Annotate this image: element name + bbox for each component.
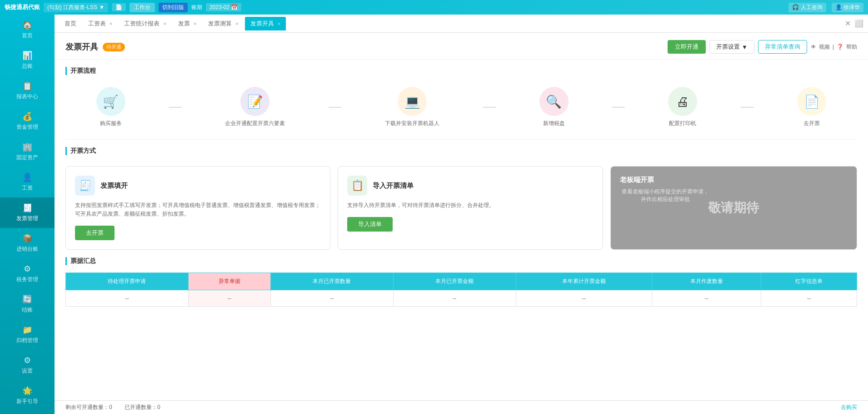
- open-settings-button[interactable]: 开票设置 ▼: [709, 40, 754, 54]
- tab-home[interactable]: 首页: [59, 17, 82, 30]
- summary-td-monthly-amount: --: [393, 290, 516, 307]
- flow-icon-5: 🖨: [668, 87, 697, 116]
- sidebar-item-payroll[interactable]: 👤 工资: [0, 167, 55, 197]
- summary-th-red-note: 红字信息单: [761, 273, 857, 290]
- flow-icon-2: 📝: [240, 87, 269, 116]
- funds-icon: 💰: [22, 111, 32, 121]
- go-invoice-button[interactable]: 去开票: [75, 226, 115, 240]
- summary-td-void-count: --: [652, 290, 761, 307]
- flow-arrow-1: ──: [169, 102, 181, 112]
- flow-title: 开票流程: [65, 67, 857, 75]
- sidebar-item-invoice[interactable]: 🧾 发票管理: [0, 197, 55, 228]
- sidebar-item-tax[interactable]: ⚙ 税务管理: [0, 258, 55, 289]
- tab-close-invoice-issue[interactable]: ×: [278, 21, 280, 26]
- tab-payslip[interactable]: 工资表 ×: [83, 17, 118, 30]
- sidebar-item-funds[interactable]: 💰 资金管理: [0, 106, 55, 136]
- flow-step-3[interactable]: 💻 下载并安装开票机器人: [385, 87, 439, 127]
- eye-icon: 👁: [811, 44, 816, 50]
- flow-step-6[interactable]: 📄 去开票: [797, 87, 826, 127]
- flow-step-5[interactable]: 🖨 配置打印机: [668, 87, 697, 127]
- tab-payroll-report[interactable]: 工资统计报表 ×: [119, 17, 171, 30]
- import-list-button[interactable]: 导入清单: [347, 217, 393, 232]
- summary-data-row: -- -- -- -- -- -- --: [66, 290, 857, 307]
- tab-close-invoice-calc[interactable]: ×: [235, 21, 238, 26]
- guide-icon: 🌟: [22, 386, 32, 396]
- tab-close-payroll-report[interactable]: ×: [163, 21, 166, 26]
- flow-arrow-4: ──: [612, 102, 624, 112]
- coming-soon-text: 敬请期待: [708, 199, 759, 217]
- app-logo: 畅捷通易代账: [5, 3, 40, 11]
- summary-td-exception: --: [188, 290, 270, 307]
- flow-icon-6: 📄: [797, 87, 826, 116]
- summary-title: 票据汇总: [65, 257, 857, 265]
- restore-icon[interactable]: ⬜: [854, 19, 863, 28]
- tab-close-invoice[interactable]: ×: [194, 21, 196, 26]
- sidebar-item-reports[interactable]: 📋 报表中心: [0, 76, 55, 106]
- app-body: 🏠 首页 📊 总账 📋 报表中心 💰 资金管理 🏢 固定资产 👤 工资 🧾 发票…: [0, 15, 868, 414]
- tax-icon: ⚙: [24, 264, 31, 274]
- exception-query-button[interactable]: 异常清单查询: [758, 40, 807, 54]
- flow-icon-4: 🔍: [539, 87, 569, 116]
- sidebar-item-guide[interactable]: 🌟 新手引导: [0, 380, 55, 411]
- buy-link[interactable]: 去购买: [841, 404, 857, 411]
- sidebar-item-home[interactable]: 🏠 首页: [0, 15, 55, 45]
- sidebar-item-assets[interactable]: 🏢 固定资产: [0, 136, 55, 167]
- old-client-card: 老板端开票 查看老板端小程序提交的开票申请，并作出相应处理审批 敬请期待: [610, 166, 857, 250]
- bottom-bar: 剩余可开通数量：0 已开通数量：0 去购买: [55, 400, 868, 414]
- archive-icon: 📁: [22, 325, 32, 335]
- flow-arrow-5: ──: [741, 102, 753, 112]
- sidebar-item-purchase-sales[interactable]: 📦 进销台账: [0, 228, 55, 258]
- period-selector[interactable]: 2023-02 📅: [206, 3, 241, 11]
- flow-step-1[interactable]: 🛒 购买服务: [96, 87, 125, 127]
- user-icon: 👤: [835, 4, 842, 10]
- workbench-button[interactable]: 工作台: [130, 3, 155, 12]
- flow-icon-3: 💻: [398, 87, 427, 116]
- sidebar-item-ledger[interactable]: 📊 总账: [0, 45, 55, 76]
- customer-service-button[interactable]: 🎧 人工咨询: [788, 3, 826, 12]
- tab-close-payslip[interactable]: ×: [110, 21, 112, 26]
- close-all-icon[interactable]: ✕: [845, 19, 851, 28]
- import-list-card[interactable]: 📋 导入开票清单 支持导入待开票清单，可对待开票清单进行拆分、合并处理。 导入清…: [338, 166, 603, 250]
- sidebar-item-vip[interactable]: 👑 畅会员: [0, 411, 55, 414]
- flow-section: 开票流程 🛒 购买服务 ── 📝 企业开通配置开票六要素 ── 💻 下载并安装开…: [55, 60, 868, 139]
- invoice-icon: 🧾: [22, 203, 32, 213]
- page-title-area: 发票开具 待开通: [65, 41, 125, 52]
- tab-bar: 首页 工资表 × 工资统计报表 × 发票 × 发票测算 × 发票开具 ×: [55, 15, 868, 33]
- sidebar-item-closing[interactable]: 🔄 结账: [0, 289, 55, 319]
- method-cards: 🧾 发票填开 支持按照发票样式手工填写开发票；可开具增值税电子普通发票、增值税普…: [55, 166, 868, 257]
- page-header: 发票开具 待开通 立即开通 开票设置 ▼ 异常清单查询 👁 视频 | ❓: [55, 33, 868, 60]
- top-bar-right: 🎧 人工咨询 👤 徐泽华: [788, 3, 863, 12]
- home-icon: 🏠: [22, 20, 32, 30]
- old-client-title-area: 老板端开票 查看老板端小程序提交的开票申请，并作出相应处理审批: [620, 176, 711, 212]
- summary-td-monthly-count: --: [270, 290, 393, 307]
- open-now-button[interactable]: 立即开通: [668, 40, 706, 54]
- flow-arrow-3: ──: [483, 102, 496, 112]
- invoice-fill-icon: 🧾: [75, 176, 95, 196]
- flow-step-4[interactable]: 🔍 新增税盘: [539, 87, 569, 127]
- company-selector[interactable]: (勾划) 江西服查-LSS ▼: [44, 3, 108, 12]
- sidebar-item-archive[interactable]: 📁 归档管理: [0, 319, 55, 350]
- ledger-icon: 📊: [22, 50, 32, 61]
- document-icon[interactable]: 📄: [112, 3, 126, 11]
- tab-invoice-calc[interactable]: 发票测算 ×: [203, 17, 244, 30]
- headset-icon: 🎧: [792, 4, 799, 10]
- invoice-fill-card[interactable]: 🧾 发票填开 支持按照发票样式手工填写开发票；可开具增值税电子普通发票、增值税普…: [65, 166, 330, 250]
- summary-th-yearly-amount: 本年累计开票金额: [516, 273, 652, 290]
- flow-steps: 🛒 购买服务 ── 📝 企业开通配置开票六要素 ── 💻 下载并安装开票机器人 …: [65, 82, 857, 132]
- help-icon: ❓: [837, 44, 843, 50]
- summary-th-monthly-count: 本月已开票数量: [270, 273, 393, 290]
- import-list-desc: 支持导入待开票清单，可对待开票清单进行拆分、合并处理。: [347, 201, 593, 210]
- summary-th-monthly-amount: 本月已开票金额: [393, 273, 516, 290]
- invoice-fill-desc: 支持按照发票样式手工填写开发票；可开具增值税电子普通发票、增值税普通发票、增值税…: [75, 201, 321, 218]
- flow-step-2[interactable]: 📝 企业开通配置开票六要素: [225, 87, 285, 127]
- page-content: 发票开具 待开通 立即开通 开票设置 ▼ 异常清单查询 👁 视频 | ❓: [55, 33, 868, 400]
- old-version-button[interactable]: 切到旧版: [159, 3, 188, 12]
- summary-section: 票据汇总 待处理开票申请 异常单据 本月已开票数量 本月已开票金额 本年累计开票…: [55, 257, 868, 316]
- tab-invoice-issue[interactable]: 发票开具 ×: [245, 17, 286, 30]
- tab-invoice[interactable]: 发票 ×: [173, 17, 202, 30]
- closing-icon: 🔄: [22, 294, 32, 304]
- flow-icon-1: 🛒: [96, 87, 125, 116]
- user-menu[interactable]: 👤 徐泽华: [832, 3, 863, 12]
- method-title: 开票方式: [65, 147, 857, 155]
- sidebar-item-settings[interactable]: ⚙ 设置: [0, 350, 55, 380]
